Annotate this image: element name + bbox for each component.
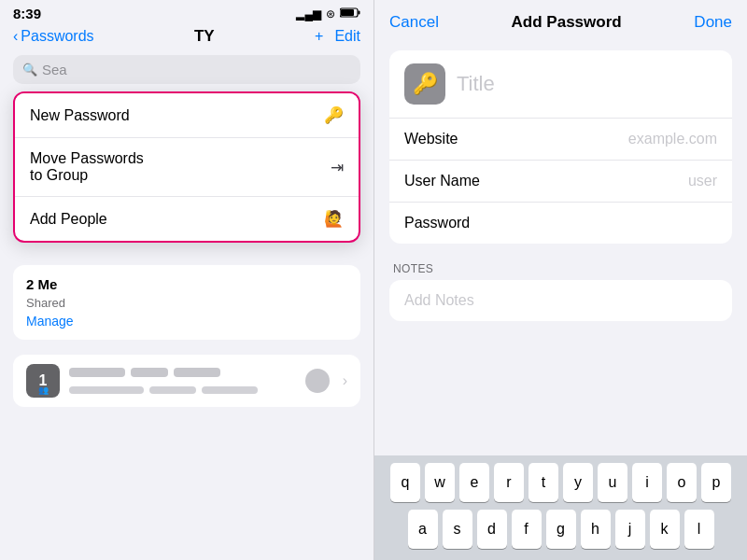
background-content: 2 Me Shared Manage [0, 265, 374, 347]
keyboard-row-1: q w e r t y u i o p [378, 463, 743, 502]
wifi-icon: ⊛ [326, 7, 335, 21]
group-icon: 👥 [38, 385, 49, 395]
keyboard: q w e r t y u i o p a s d f g h j k l [374, 455, 747, 560]
website-placeholder: example.com [628, 131, 717, 147]
key-icon: 🔑 [324, 105, 344, 125]
key-o[interactable]: o [667, 463, 697, 502]
dropdown-menu: New Password 🔑 Move Passwordsto Group ⇥ … [13, 91, 360, 243]
key-k[interactable]: k [650, 510, 680, 549]
key-t[interactable]: t [529, 463, 558, 502]
status-time: 8:39 [13, 6, 41, 21]
pw-title-row [69, 368, 296, 382]
nav-actions: + Edit [315, 28, 360, 45]
key-q[interactable]: q [390, 463, 420, 502]
key-e[interactable]: e [459, 463, 489, 502]
shared-text: Shared [26, 296, 347, 310]
title-icon: 🔑 [404, 63, 445, 105]
key-g[interactable]: g [546, 510, 576, 549]
search-bar[interactable]: 🔍 Sea [13, 55, 360, 84]
search-icon: 🔍 [22, 63, 37, 77]
pw-title-blurred-3 [174, 368, 220, 377]
key-l[interactable]: l [684, 510, 714, 549]
notes-header: NOTES [389, 253, 732, 280]
password-list-item[interactable]: 1 👥 › [13, 355, 360, 407]
add-password-form: 🔑 Title Website example.com User Name us… [389, 50, 732, 244]
key-y[interactable]: y [563, 463, 593, 502]
add-password-title: Add Password [512, 13, 622, 32]
svg-rect-2 [341, 9, 354, 16]
new-password-label: New Password [30, 107, 130, 124]
pw-sub-blurred-3 [202, 386, 258, 394]
left-panel: 8:39 ▂▄▆ ⊛ ‹ Passwords TY + Edit 🔍 S [0, 0, 374, 560]
website-row[interactable]: Website example.com [389, 119, 732, 161]
pw-number-badge: 1 👥 [26, 364, 60, 398]
back-label: Passwords [21, 28, 93, 45]
add-people-label: Add People [30, 211, 107, 228]
key-w[interactable]: w [425, 463, 455, 502]
title-row[interactable]: 🔑 Title [389, 50, 732, 119]
pw-sub-blurred-2 [149, 386, 196, 394]
pw-title-blurred [69, 368, 125, 377]
pw-avatar [305, 369, 330, 393]
chevron-right-icon: › [343, 372, 347, 389]
status-icons: ▂▄▆ ⊛ [296, 7, 360, 21]
password-row[interactable]: Password [389, 203, 732, 244]
pw-details [69, 368, 296, 394]
key-s[interactable]: s [443, 510, 472, 549]
add-person-icon: 🙋 [324, 209, 344, 229]
right-panel: Cancel Add Password Done 🔑 Title Website… [374, 0, 747, 560]
key-f[interactable]: f [512, 510, 542, 549]
left-nav-bar: ‹ Passwords TY + Edit [0, 23, 374, 51]
chevron-left-icon: ‹ [13, 28, 18, 45]
move-passwords-label: Move Passwordsto Group [30, 150, 144, 184]
password-label: Password [404, 215, 470, 231]
done-button[interactable]: Done [694, 13, 732, 32]
pw-title-blurred-2 [131, 368, 168, 377]
pw-sub-row [69, 386, 296, 394]
notes-placeholder: Add Notes [404, 292, 474, 308]
key-j[interactable]: j [615, 510, 645, 549]
add-people-item[interactable]: Add People 🙋 [15, 197, 359, 241]
key-icon-large: 🔑 [413, 72, 438, 96]
website-label: Website [404, 131, 458, 147]
keyboard-row-2: a s d f g h j k l [378, 510, 743, 549]
battery-icon [340, 7, 360, 21]
shared-group-item: 2 Me Shared Manage [13, 265, 360, 340]
key-r[interactable]: r [494, 463, 524, 502]
move-icon: ⇥ [331, 158, 344, 177]
key-p[interactable]: p [701, 463, 731, 502]
title-placeholder: Title [457, 72, 495, 96]
right-nav-bar: Cancel Add Password Done [374, 0, 747, 41]
move-passwords-item[interactable]: Move Passwordsto Group ⇥ [15, 138, 359, 197]
notes-box[interactable]: Add Notes [389, 280, 732, 321]
signal-icon: ▂▄▆ [296, 7, 321, 21]
status-bar: 8:39 ▂▄▆ ⊛ [0, 0, 374, 23]
nav-title: TY [194, 27, 215, 46]
pw-sub-blurred-1 [69, 386, 144, 394]
svg-rect-1 [359, 10, 360, 14]
add-button[interactable]: + [315, 28, 323, 45]
key-d[interactable]: d [477, 510, 507, 549]
key-a[interactable]: a [408, 510, 438, 549]
search-placeholder: Sea [42, 62, 67, 77]
manage-link[interactable]: Manage [26, 314, 347, 329]
username-placeholder: user [688, 173, 717, 189]
shared-count: 2 Me [26, 276, 57, 292]
key-h[interactable]: h [581, 510, 611, 549]
back-button[interactable]: ‹ Passwords [13, 28, 94, 45]
edit-button[interactable]: Edit [334, 28, 360, 45]
key-u[interactable]: u [598, 463, 627, 502]
username-row[interactable]: User Name user [389, 161, 732, 203]
key-i[interactable]: i [632, 463, 662, 502]
username-label: User Name [404, 173, 480, 189]
notes-section: NOTES Add Notes [389, 253, 732, 321]
cancel-button[interactable]: Cancel [389, 13, 439, 32]
new-password-item[interactable]: New Password 🔑 [15, 93, 359, 138]
